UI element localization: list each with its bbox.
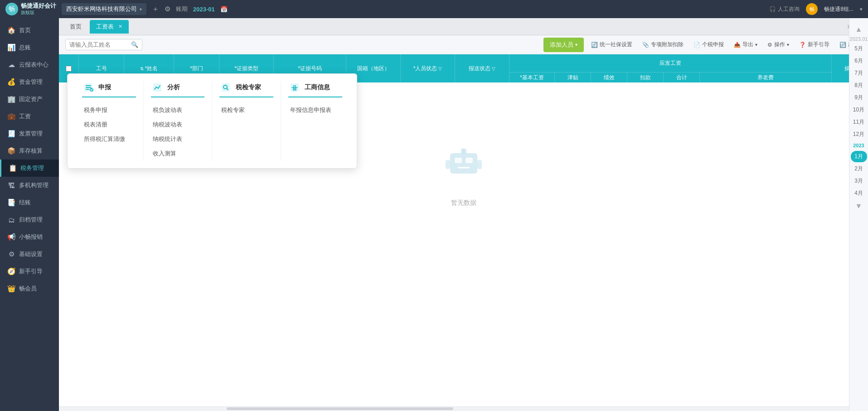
export-button[interactable]: 📤 导出 ▾ bbox=[731, 39, 760, 50]
svg-rect-11 bbox=[222, 83, 230, 92]
month-item-7[interactable]: 7月 bbox=[851, 68, 867, 79]
menu-item-tax-table-book[interactable]: 税表清册 bbox=[82, 117, 136, 132]
dropdown-col-analysis: 分析 税负波动表 纳税波动表 纳税统计表 收入测算 bbox=[144, 81, 213, 161]
month-item-9[interactable]: 9月 bbox=[851, 92, 867, 103]
sidebar-item-tax[interactable]: 📋 税务管理 bbox=[0, 160, 59, 177]
analysis-icon bbox=[151, 81, 164, 94]
settings-icon: ⚙ bbox=[7, 250, 15, 258]
sidebar-item-funds[interactable]: 💰 资金管理 bbox=[0, 73, 59, 91]
sidebar-item-label: 税务管理 bbox=[20, 164, 44, 172]
app-name: 畅捷通好会计 bbox=[21, 2, 56, 10]
svg-rect-6 bbox=[446, 160, 450, 169]
toolbar-actions: 添加人员 ▾ 🔄 统一社保设置 📎 专项附加扣除 📄 个税申报 📤 导出 ▾ bbox=[543, 38, 862, 52]
dropdown-col-tax-expert: 税检专家 税检专家 bbox=[212, 81, 281, 161]
sidebar-item-invoice[interactable]: 🧾 发票管理 bbox=[0, 125, 59, 142]
filter-icon: ▽ bbox=[438, 66, 442, 71]
individual-tax-button[interactable]: 📄 个税申报 bbox=[691, 39, 727, 50]
menu-item-income-estimate[interactable]: 收入测算 bbox=[151, 146, 205, 161]
month-item-5[interactable]: 5月 bbox=[851, 43, 867, 54]
tab-home-label: 首页 bbox=[70, 23, 82, 31]
top-bar: 畅 畅捷通好会计 旗舰版 西安虾米网络科技有限公司 ▾ ＋ ⚙ 账期 2023-… bbox=[0, 0, 868, 18]
month-item-2[interactable]: 2月 bbox=[851, 163, 867, 174]
avatar: 畅 bbox=[806, 3, 818, 15]
menu-item-tax-burden-fluctuation[interactable]: 税负波动表 bbox=[151, 103, 205, 117]
dropdown-menu: 申报 税务申报 税表清册 所得税汇算清缴 分析 税负波动表 纳税波动表 纳税统计… bbox=[67, 73, 357, 169]
social-security-icon: 🔄 bbox=[591, 42, 598, 48]
special-deduction-button[interactable]: 📎 专项附加扣除 bbox=[640, 39, 686, 50]
right-panel-down-button[interactable]: ▼ bbox=[853, 200, 864, 212]
right-panel-date-label: 2023.01 bbox=[850, 36, 868, 42]
menu-item-tax-declaration[interactable]: 税务申报 bbox=[82, 103, 136, 117]
sidebar-item-assets[interactable]: 🏢 固定资产 bbox=[0, 91, 59, 108]
th-total: 合计 bbox=[664, 73, 700, 82]
inventory-icon: 📦 bbox=[7, 147, 15, 155]
th-person-status[interactable]: *人员状态 ▽ bbox=[401, 54, 455, 82]
month-item-10[interactable]: 10月 bbox=[851, 104, 867, 116]
th-report-status[interactable]: 报送状态 ▽ bbox=[455, 54, 509, 82]
sidebar-item-label: 总账 bbox=[19, 44, 31, 52]
export-icon: 📤 bbox=[734, 42, 741, 48]
logo-icon: 畅 bbox=[5, 3, 18, 15]
sidebar-item-vip[interactable]: 👑 畅会员 bbox=[0, 280, 59, 297]
customer-service-button[interactable]: 🎧 人工咨询 bbox=[769, 5, 800, 13]
company-selector[interactable]: 西安虾米网络科技有限公司 ▾ bbox=[62, 3, 146, 15]
sidebar-item-close-period[interactable]: 📑 结账 bbox=[0, 194, 59, 211]
svg-rect-7 bbox=[477, 160, 482, 169]
add-company-button[interactable]: ＋ bbox=[152, 5, 159, 14]
month-item-4[interactable]: 4月 bbox=[851, 188, 867, 199]
sidebar-item-salary[interactable]: 💼 工资 bbox=[0, 108, 59, 125]
menu-item-income-tax-settlement[interactable]: 所得税汇算清缴 bbox=[82, 132, 136, 146]
search-input[interactable] bbox=[69, 41, 128, 48]
export-dropdown-arrow: ▾ bbox=[755, 42, 757, 47]
search-icon: 🔍 bbox=[131, 41, 138, 48]
settings-icon[interactable]: ⚙ bbox=[165, 5, 170, 13]
sidebar-item-settings[interactable]: ⚙ 基础设置 bbox=[0, 246, 59, 263]
sidebar-item-home[interactable]: 🏠 首页 bbox=[0, 22, 59, 39]
app-edition: 旗舰版 bbox=[21, 10, 56, 16]
cloud-icon: ☁ bbox=[7, 61, 15, 69]
guide-button[interactable]: ❓ 新手引导 bbox=[796, 39, 832, 50]
tax-icon: 📋 bbox=[9, 164, 17, 172]
month-item-1-active[interactable]: 1月 bbox=[851, 151, 867, 162]
user-dropdown-arrow[interactable]: ▾ bbox=[860, 6, 863, 12]
tab-close-button[interactable]: ✕ bbox=[118, 24, 122, 29]
month-item-8[interactable]: 8月 bbox=[851, 80, 867, 91]
operations-button[interactable]: ⚙ 操作 ▾ bbox=[765, 39, 792, 50]
sidebar-item-ledger[interactable]: 📊 总账 bbox=[0, 39, 59, 56]
menu-item-tax-payment-fluctuation[interactable]: 纳税波动表 bbox=[151, 117, 205, 132]
menu-item-tax-statistics[interactable]: 纳税统计表 bbox=[151, 132, 205, 146]
filter-icon2: ▽ bbox=[492, 66, 495, 71]
th-salary-group: 应发工资 *基本工资 津贴 绩效 扣款 合计 养老费 bbox=[509, 54, 832, 82]
calendar-icon[interactable]: 📅 bbox=[220, 6, 228, 13]
tab-home[interactable]: 首页 bbox=[63, 20, 88, 34]
add-person-button[interactable]: 添加人员 ▾ bbox=[543, 38, 584, 52]
menu-item-annual-report[interactable]: 年报信息申报表 bbox=[288, 103, 343, 117]
company-name: 西安虾米网络科技有限公司 bbox=[66, 5, 137, 13]
tab-salary-table[interactable]: 工资表 ✕ bbox=[90, 20, 129, 34]
sidebar-item-label: 多机构管理 bbox=[19, 181, 48, 189]
sidebar-item-guide[interactable]: 🧭 新手引导 bbox=[0, 263, 59, 280]
tab-salary-label: 工资表 bbox=[96, 23, 114, 31]
refresh-icon: 🔃 bbox=[839, 42, 846, 48]
tab-bar: 首页 工资表 ✕ ✕ ⬜ bbox=[59, 18, 868, 35]
sidebar-item-label: 固定资产 bbox=[19, 95, 43, 103]
dropdown-col-title-analysis: 分析 bbox=[167, 83, 180, 92]
sidebar-item-multi-org[interactable]: 🏗 多机构管理 bbox=[0, 177, 59, 194]
month-item-3[interactable]: 3月 bbox=[851, 175, 867, 187]
archive-icon: 🗂 bbox=[7, 216, 15, 224]
month-item-12[interactable]: 12月 bbox=[851, 129, 867, 140]
scrollbar-track[interactable] bbox=[227, 407, 453, 410]
select-all-checkbox[interactable] bbox=[66, 66, 72, 72]
menu-item-tax-expert[interactable]: 税检专家 bbox=[219, 103, 273, 117]
month-item-6[interactable]: 6月 bbox=[851, 55, 867, 67]
sidebar-item-archive[interactable]: 🗂 归档管理 bbox=[0, 211, 59, 228]
sidebar-item-inventory[interactable]: 📦 库存核算 bbox=[0, 142, 59, 160]
social-security-button[interactable]: 🔄 统一社保设置 bbox=[588, 39, 635, 50]
sidebar-item-expense[interactable]: 📢 小畅报销 bbox=[0, 228, 59, 246]
sidebar-item-cloud-reports[interactable]: ☁ 云报表中心 bbox=[0, 56, 59, 73]
dropdown-grid: 申报 税务申报 税表清册 所得税汇算清缴 分析 税负波动表 纳税波动表 纳税统计… bbox=[75, 81, 349, 161]
right-panel-up-button[interactable]: ▲ bbox=[853, 24, 864, 35]
dropdown-col-title-business-info: 工商信息 bbox=[305, 83, 330, 92]
sidebar-item-label: 基础设置 bbox=[19, 250, 43, 258]
month-item-11[interactable]: 11月 bbox=[851, 116, 867, 128]
